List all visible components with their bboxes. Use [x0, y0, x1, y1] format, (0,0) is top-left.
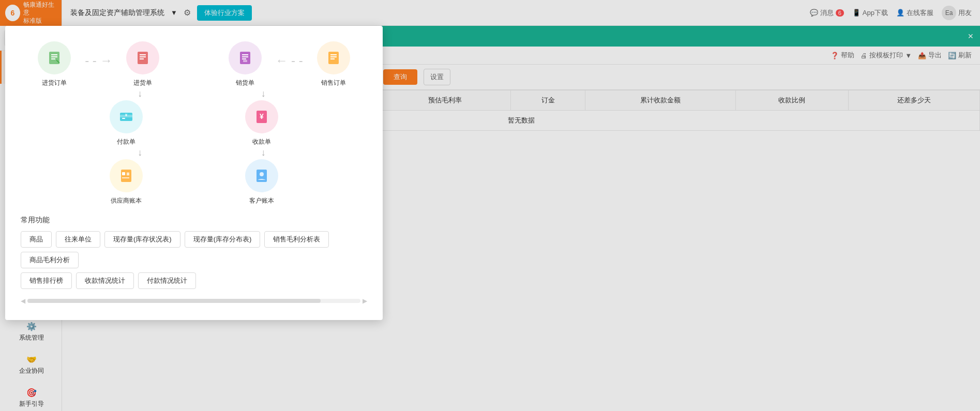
flow-row-3: 供应商账本 客户账本 — [62, 159, 367, 205]
down-arrow-payment: ↓ — [138, 147, 142, 158]
flow-row-1: 进货订单 - - → 进货单 销货单 — [62, 41, 367, 87]
main-area: 装备及固定资产辅助管理系统 ▼ ⚙ 体验行业方案 💬 消息 6 📱 App下载 … — [62, 0, 980, 411]
svg-text:¥: ¥ — [125, 113, 128, 117]
svg-rect-4 — [138, 52, 148, 64]
flow-node-purchase-order[interactable]: 进货订单 — [62, 41, 71, 87]
flow-node-sales-order[interactable]: 销售订单 — [317, 41, 350, 87]
svg-rect-24 — [122, 172, 125, 175]
down-arrow-sales: ↓ — [261, 88, 266, 99]
modal-scrollbar-area: ◀ ▶ — [62, 297, 367, 305]
func-btn-4[interactable]: 销售毛利分析表 — [264, 231, 329, 248]
flow-node-payment[interactable]: ¥ 付款单 — [110, 100, 143, 146]
receipt-label: 收款单 — [252, 138, 271, 146]
arrow-1: - - → — [85, 53, 112, 68]
purchase-bill-icon — [126, 41, 159, 74]
func-btns-row1: 商品往来单位现存量(库存状况表)现存量(库存分布表)销售毛利分析表商品毛利分析 — [62, 231, 367, 268]
func-btn-7[interactable]: 收款情况统计 — [76, 272, 134, 289]
flow-diagram: 进货订单 - - → 进货单 销货单 — [62, 41, 367, 205]
sales-order-label: 销售订单 — [321, 79, 346, 87]
func-btn-5[interactable]: 商品毛利分析 — [62, 252, 79, 268]
flow-arrows-down-1: ↓ ↓ — [62, 87, 367, 100]
payment-label: 付款单 — [117, 138, 135, 146]
svg-rect-19 — [122, 118, 125, 119]
scrollbar-track[interactable] — [62, 299, 360, 303]
sales-bill-icon — [229, 41, 262, 74]
func-btns-row2: 销售排行榜收款情况统计付款情况统计 — [62, 272, 367, 289]
flow-row-2: ¥ 付款单 ¥ 收款单 — [62, 100, 367, 146]
flow-node-supplier-ledger[interactable]: 供应商账本 — [110, 159, 143, 205]
func-btn-6[interactable]: 销售排行榜 — [62, 272, 72, 289]
svg-rect-23 — [121, 170, 131, 182]
flow-node-customer-ledger[interactable]: 客户账本 — [245, 159, 278, 205]
flow-arrows-down-2: ↓ ↓ — [62, 146, 367, 159]
common-functions: 常用功能 商品往来单位现存量(库存状况表)现存量(库存分布表)销售毛利分析表商品… — [62, 216, 367, 289]
sales-bill-label: 销货单 — [236, 79, 254, 87]
svg-point-29 — [260, 172, 264, 176]
purchase-order-icon — [62, 41, 71, 74]
svg-rect-12 — [243, 60, 247, 62]
func-btn-1[interactable]: 往来单位 — [62, 231, 100, 248]
supplier-ledger-icon — [110, 159, 143, 192]
customer-ledger-label: 客户账本 — [249, 196, 274, 205]
down-arrow-purchase: ↓ — [138, 88, 142, 99]
receipt-icon: ¥ — [245, 100, 278, 133]
payment-icon: ¥ — [110, 100, 143, 133]
svg-rect-13 — [328, 52, 339, 64]
svg-text:¥: ¥ — [260, 112, 264, 120]
down-arrow-receipt: ↓ — [261, 147, 266, 158]
modal-overlay: 进货订单 - - → 进货单 销货单 — [62, 0, 980, 411]
modal: 进货订单 - - → 进货单 销货单 — [62, 26, 383, 320]
flow-node-purchase-bill[interactable]: 进货单 — [126, 41, 159, 87]
scroll-right-icon[interactable]: ▶ — [363, 297, 367, 305]
customer-ledger-icon — [245, 159, 278, 192]
arrow-2: ← - - — [275, 53, 303, 68]
svg-rect-8 — [240, 52, 250, 64]
scrollbar-thumb — [62, 299, 321, 303]
supplier-ledger-label: 供应商账本 — [111, 196, 142, 205]
func-btn-3[interactable]: 现存量(库存分布表) — [185, 231, 261, 248]
purchase-bill-label: 进货单 — [133, 79, 152, 87]
sales-order-icon — [317, 41, 350, 74]
flow-node-sales-bill[interactable]: 销货单 — [229, 41, 262, 87]
func-btn-8[interactable]: 付款情况统计 — [138, 272, 196, 289]
purchase-order-label: 进货订单 — [62, 79, 67, 87]
common-funcs-title: 常用功能 — [62, 216, 367, 225]
func-btn-2[interactable]: 现存量(库存状况表) — [104, 231, 180, 248]
flow-node-receipt[interactable]: ¥ 收款单 — [245, 100, 278, 146]
